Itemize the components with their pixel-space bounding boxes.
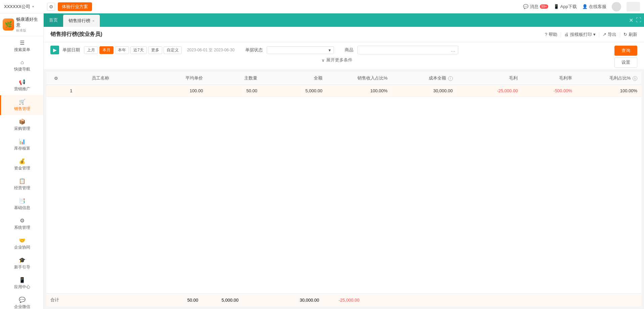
messages-button[interactable]: 💬 消息 99+ [523,4,548,10]
sidebar-item-label: 营销推广 [14,86,30,92]
sidebar-item-sales[interactable]: 🛒 销售管理 [0,95,43,115]
tab-bar-actions: ✕ ⛶ [629,17,644,23]
goods-input[interactable]: ... [357,46,458,54]
sidebar-item-label: 经营管理 [14,185,30,191]
sidebar-item-purchase[interactable]: 📦 采购管理 [0,115,43,135]
online-service-button[interactable]: 👤 在线客服 [582,4,606,10]
date-btn-this-month[interactable]: 本月 [99,46,114,54]
sales-icon: 🛒 [19,99,26,105]
sidebar-item-label: 基础信息 [14,205,30,211]
filter-arrow-button[interactable]: ▶ [50,46,59,54]
date-btn-7days[interactable]: 近7天 [130,46,147,54]
guide-icon: 🎓 [19,257,26,263]
right-buttons: 查询 设置 [614,46,637,68]
refresh-icon: ↻ [624,32,627,37]
tab-home[interactable]: 首页 [44,13,63,27]
export-icon: ↗ [603,32,606,37]
sidebar-item-label: 销售管理 [14,106,30,112]
row-settings-icon [46,85,66,97]
gross-pct-info-icon[interactable]: s [633,76,637,81]
user-name-area[interactable] [627,2,640,11]
wechat-icon: 💬 [19,297,26,303]
tab-maximize-icon[interactable]: ⛶ [636,17,641,23]
goods-dots-icon[interactable]: ... [451,47,455,53]
sidebar-item-cooperation[interactable]: 🤝 企业协同 [0,234,43,254]
status-select[interactable]: ▾ [267,46,334,54]
sidebar-item-finance[interactable]: 💰 资金管理 [0,155,43,174]
footer-gross: -25,000.00 [319,298,359,303]
top-bar: XXXXXX公司 ▾ ⚙ 体验行业方案 💬 消息 99+ 📱 App下载 👤 在… [0,0,644,13]
content-area: 首页 销售排行榜 × ✕ ⛶ 销售排行榜(按业务员) ? 帮助 [44,13,644,309]
sidebar-item-label: 新手引导 [14,264,30,270]
footer-label: 合计 [50,297,77,303]
sidebar-item-guide[interactable]: 🎓 新手引导 [0,254,43,273]
divider [599,32,599,37]
row-gross: -25,000.00 [457,85,522,97]
row-cost: 30,000.00 [392,85,457,97]
print-icon: 🖨 [564,32,569,37]
expand-row: ∨ 展开更多条件 [62,57,611,63]
date-label: 单据日期 [62,47,80,53]
date-btn-custom[interactable]: 自定义 [164,46,182,54]
sidebar-item-search-order[interactable]: ☰ 搜索菜单 [0,36,43,56]
row-margin: -500.00% [522,85,576,97]
home-tab-label: 首页 [49,17,58,23]
help-icon: ? [545,32,547,37]
tab-sales-ranking[interactable]: 销售排行榜 × [63,15,100,27]
table-header-row: ⚙ 员工名称 平均单价 主数量 [46,72,641,85]
company-name: XXXXXX公司 [4,4,30,10]
col-total: 全额 [261,72,327,85]
basic-info-icon: 📑 [19,198,26,204]
goods-label: 商品 [345,47,353,53]
export-button[interactable]: ↗ 导出 [603,32,616,38]
col-sales-pct: 销售收入占比% [327,72,392,85]
sidebar-item-label: 应用中心 [14,284,30,290]
col-cost: 成本全额 i [392,72,457,85]
industry-button[interactable]: 体验行业方案 [58,2,92,11]
search-order-icon: ☰ [20,40,25,46]
template-print-button[interactable]: 🖨 按模板打印 ▾ [564,32,596,38]
expand-button[interactable]: ∨ 展开更多条件 [321,57,352,63]
sidebar-item-appstore[interactable]: 📱 应用中心 [0,273,43,293]
page-actions: ? 帮助 🖨 按模板打印 ▾ ↗ 导出 [545,32,637,38]
logo-text: 畅康通好生意 标准版 [16,17,41,33]
date-btn-more[interactable]: 更多 [148,46,162,54]
avatar[interactable] [612,2,621,11]
cost-info-icon[interactable]: i [448,76,453,81]
status-chevron-icon: ▾ [329,48,331,53]
tab-close-window-icon[interactable]: ✕ [629,17,633,23]
col-settings-icon[interactable]: ⚙ [54,76,58,81]
sidebar-item-label: 企业协同 [14,245,30,250]
footer-qty: 50.00 [165,298,198,303]
settings-icon[interactable]: ⚙ [47,3,55,11]
row-avg-price: 100.00 [153,85,207,97]
date-btn-this-year[interactable]: 本年 [115,46,129,54]
refresh-button[interactable]: ↻ 刷新 [624,32,637,38]
finance-icon: 💰 [19,158,26,164]
sidebar-item-marketing[interactable]: 📢 营销推广 [0,75,43,95]
tab-close-icon[interactable]: × [92,19,94,23]
operations-icon: 📋 [19,178,26,184]
filter-fields: 单据日期 上月 本月 本年 近7天 更多 自定义 2023-06-01 至 20… [62,46,611,63]
sidebar-item-basic-info[interactable]: 📑 基础信息 [0,194,43,214]
sidebar-item-system[interactable]: ⚙ 系统管理 [0,214,43,234]
date-btn-last-month[interactable]: 上月 [84,46,98,54]
col-gross-pct: 毛利占比% s [576,72,641,85]
sidebar-item-label: 搜索菜单 [14,47,30,53]
query-button[interactable]: 查询 [614,46,637,56]
sidebar: 🌿 畅康通好生意 标准版 ☰ 搜索菜单 ⌂ 快捷导航 📢 营销推广 🛒 销售管理… [0,13,44,309]
sidebar-item-inventory[interactable]: 📊 库存核算 [0,135,43,155]
col-settings: ⚙ [46,72,66,85]
message-icon: 💬 [523,4,528,9]
date-buttons: 上月 本月 本年 近7天 更多 自定义 [84,46,182,54]
filter-row-1: 单据日期 上月 本月 本年 近7天 更多 自定义 2023-06-01 至 20… [62,46,611,54]
sidebar-item-operations[interactable]: 📋 经营管理 [0,174,43,194]
help-button[interactable]: ? 帮助 [545,32,557,38]
sidebar-item-wechat[interactable]: 💬 企业微信 [0,293,43,309]
app-download-button[interactable]: 📱 App下载 [554,4,577,10]
sidebar-item-quick-nav[interactable]: ⌂ 快捷导航 [0,56,43,75]
service-icon: 👤 [582,4,588,9]
set-button[interactable]: 设置 [614,57,637,68]
company-selector[interactable]: XXXXXX公司 ▾ [4,4,44,10]
col-employee-name: 员工名称 [88,72,153,85]
